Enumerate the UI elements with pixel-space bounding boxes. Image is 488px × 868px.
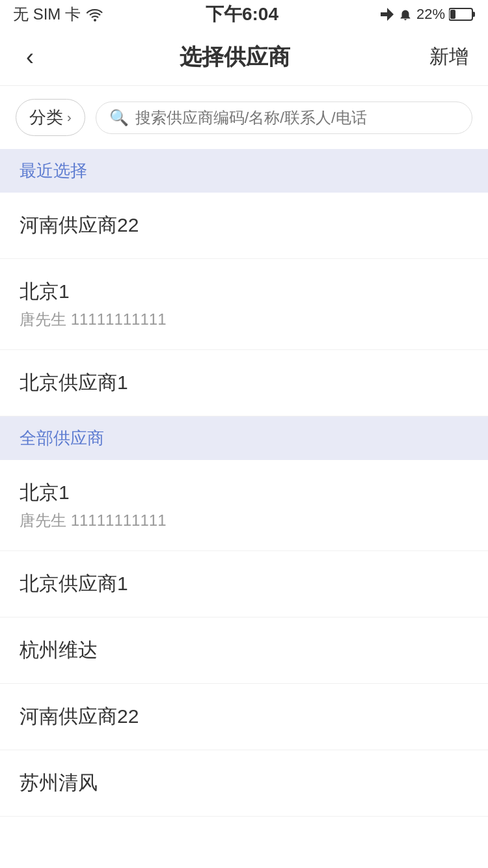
recent-section-header: 最近选择 bbox=[0, 149, 488, 193]
all-list-item[interactable]: 北京1唐先生 11111111111 bbox=[0, 460, 488, 551]
item-sub: 唐先生 11111111111 bbox=[20, 309, 468, 330]
all-section-label: 全部供应商 bbox=[20, 428, 104, 448]
status-left: 无 SIM 卡 bbox=[13, 4, 104, 25]
item-name: 北京1 bbox=[20, 480, 468, 506]
battery-icon bbox=[449, 7, 475, 21]
search-input[interactable] bbox=[135, 109, 459, 127]
all-list-item[interactable]: 北京供应商1 bbox=[0, 551, 488, 617]
svg-rect-2 bbox=[450, 10, 455, 19]
all-list-item[interactable]: 河南供应商22 bbox=[0, 684, 488, 750]
recent-list: 河南供应商22北京1唐先生 11111111111北京供应商1 bbox=[0, 193, 488, 416]
add-button[interactable]: 新增 bbox=[429, 44, 468, 70]
recent-list-item[interactable]: 北京供应商1 bbox=[0, 350, 488, 416]
status-bar: 无 SIM 卡 下午6:04 22% bbox=[0, 0, 488, 29]
all-section-header: 全部供应商 bbox=[0, 416, 488, 460]
item-sub: 唐先生 11111111111 bbox=[20, 510, 468, 531]
page-title: 选择供应商 bbox=[180, 42, 290, 72]
wifi-icon bbox=[86, 7, 104, 21]
recent-list-item[interactable]: 北京1唐先生 11111111111 bbox=[0, 259, 488, 350]
status-time: 下午6:04 bbox=[206, 2, 278, 27]
svg-rect-1 bbox=[472, 12, 475, 17]
location-icon bbox=[380, 7, 394, 21]
alarm-icon bbox=[398, 7, 413, 21]
filter-bar: 分类 › 🔍 bbox=[0, 86, 488, 149]
item-name: 北京1 bbox=[20, 278, 468, 305]
all-list: 北京1唐先生 11111111111北京供应商1杭州维达河南供应商22苏州清风 bbox=[0, 460, 488, 817]
no-sim-label: 无 SIM 卡 bbox=[13, 4, 81, 25]
chevron-right-icon: › bbox=[67, 110, 72, 125]
item-name: 苏州清风 bbox=[20, 770, 468, 796]
recent-list-item[interactable]: 河南供应商22 bbox=[0, 193, 488, 259]
item-name: 杭州维达 bbox=[20, 637, 468, 664]
item-name: 北京供应商1 bbox=[20, 571, 468, 597]
search-box[interactable]: 🔍 bbox=[96, 102, 472, 134]
all-list-item[interactable]: 苏州清风 bbox=[0, 750, 488, 817]
item-name: 北京供应商1 bbox=[20, 370, 468, 396]
all-list-item[interactable]: 杭州维达 bbox=[0, 617, 488, 684]
back-button[interactable]: ‹ bbox=[20, 37, 40, 77]
item-name: 河南供应商22 bbox=[20, 703, 468, 730]
nav-bar: ‹ 选择供应商 新增 bbox=[0, 29, 488, 86]
search-icon: 🔍 bbox=[109, 109, 129, 127]
category-label: 分类 bbox=[29, 106, 63, 129]
recent-section-label: 最近选择 bbox=[20, 161, 87, 180]
status-right: 22% bbox=[380, 6, 475, 23]
category-button[interactable]: 分类 › bbox=[16, 99, 85, 136]
item-name: 河南供应商22 bbox=[20, 212, 468, 239]
battery-label: 22% bbox=[416, 6, 445, 23]
